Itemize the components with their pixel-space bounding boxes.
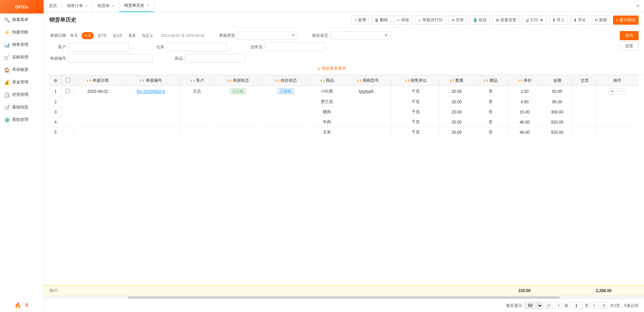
close-icon[interactable]: ✕ xyxy=(112,4,114,8)
price-col-header[interactable]: ⬆⬇ 单价 xyxy=(508,75,542,86)
spec-col-header[interactable]: ⬆⬇ 规格型号 xyxy=(344,75,392,86)
scroll-thumb[interactable] xyxy=(128,296,560,298)
sidebar-item-sys-mgmt[interactable]: ⚙️ 系统管理 xyxy=(0,113,44,126)
abandon-button[interactable]: ✕ 弃审 xyxy=(448,16,467,25)
checkbox-cell[interactable] xyxy=(62,127,74,137)
staff-input[interactable] xyxy=(264,43,325,51)
date-btn-today[interactable]: 今天 xyxy=(82,32,94,39)
customer-col-header[interactable]: ⬆⬇ 客户 xyxy=(180,75,214,86)
close-icon[interactable]: ✕ xyxy=(85,4,88,8)
page-size-select[interactable]: 50 100 200 xyxy=(524,302,543,309)
checkbox-col-header[interactable] xyxy=(62,75,74,86)
date-btn-custom[interactable]: 自定义 xyxy=(140,32,156,39)
chevron-down-icon: ▼ xyxy=(539,18,543,23)
import-button[interactable]: ⬆ 导入 xyxy=(549,16,568,25)
warehouse-ellipsis[interactable]: ... xyxy=(229,45,232,49)
batch-change-button[interactable]: ⚙ 批量变更 xyxy=(493,16,520,25)
sidebar-item-sales-mgmt[interactable]: 📊 销售管理 xyxy=(0,38,44,51)
export-button[interactable]: ⬇ 导出 xyxy=(570,16,589,25)
refresh-button[interactable]: ↻ 刷新 xyxy=(592,16,610,25)
close-icon[interactable]: ✕ xyxy=(146,4,149,7)
prev-page-btn[interactable]: < xyxy=(555,302,562,309)
sidebar-item-quick-nav[interactable]: ⚡ 快捷导航 xyxy=(0,26,44,38)
doc-date-col-header[interactable]: ⬆⬇ 单据日期 xyxy=(74,75,122,86)
pagination: 每页显示 50 100 200 |< < 第 页 > >| 共1页，5条记录 xyxy=(44,299,644,312)
next-page-btn[interactable]: > xyxy=(591,302,598,309)
qty-cell: 20.00 xyxy=(440,107,474,117)
checkbox-cell[interactable] xyxy=(62,86,74,97)
unit-col-header[interactable]: ⬆⬇ 销售单位 xyxy=(392,75,440,86)
delete-button[interactable]: 🗑 删除 xyxy=(372,16,391,25)
goods-cell: 西兰花 xyxy=(310,97,344,107)
sidebar-bottom-btn1[interactable]: 🔥 xyxy=(15,302,21,309)
sidebar-bottom: 🔥 ⏸ xyxy=(0,298,44,312)
checkbox-cell[interactable] xyxy=(62,97,74,107)
add-button[interactable]: + 新增 xyxy=(352,16,369,25)
settings-icon-th[interactable]: ⚙ xyxy=(54,78,57,83)
col-label: 客户 xyxy=(196,78,204,83)
tabs-close-all[interactable]: ✕ xyxy=(636,3,644,9)
customer-cell xyxy=(180,127,214,137)
collect-button[interactable]: 💲 收款 xyxy=(470,16,490,25)
page-header: 销货单历史 + 新增 🗑 删除 ✓ 审核 ✓ 审核并打印 ✕ 弃审 xyxy=(44,12,644,28)
customer-ellipsis[interactable]: ... xyxy=(131,45,134,49)
settings-col-header[interactable]: ⚙ xyxy=(50,75,62,86)
page-input[interactable] xyxy=(570,302,583,309)
sidebar-item-search-menu[interactable]: 🔍 搜索菜单 xyxy=(0,14,44,26)
col-label: 单据状态 xyxy=(233,78,249,83)
warehouse-input[interactable] xyxy=(166,43,227,51)
set-button[interactable]: 设置 xyxy=(620,42,639,51)
last-page-btn[interactable]: >| xyxy=(600,302,608,309)
collect-status-select[interactable] xyxy=(330,31,391,40)
print-button[interactable]: 🖨 打印 ▼ xyxy=(522,16,547,25)
goods-input[interactable] xyxy=(185,54,246,63)
checkbox-cell[interactable] xyxy=(62,107,74,117)
unit-cell: 千克 xyxy=(392,86,440,97)
goods-ellipsis[interactable]: ... xyxy=(248,56,251,60)
collapse-btn[interactable]: ∧ 收起更多条件 xyxy=(49,66,614,71)
gift-col-header[interactable]: ⬆⬇ 赠品 xyxy=(474,75,508,86)
checkbox-cell[interactable] xyxy=(62,117,74,127)
sidebar-item-basic-info[interactable]: 📝 基础信息 xyxy=(0,101,44,113)
sidebar-item-inventory[interactable]: 🏠 库存核算 xyxy=(0,63,44,76)
doc-no-input[interactable] xyxy=(68,54,152,63)
show-detail-button[interactable]: ≡ 显示明细 xyxy=(613,16,639,25)
select-all-checkbox[interactable] xyxy=(65,78,70,82)
tab-sales-order[interactable]: 销售订单 ✕ xyxy=(62,0,93,12)
tab-home[interactable]: 首页 xyxy=(44,0,62,12)
staff-ellipsis[interactable]: ... xyxy=(327,45,330,49)
chevron-up-icon: ∧ xyxy=(317,66,320,71)
sidebar-bottom-btn2[interactable]: ⏸ xyxy=(24,302,29,309)
tab-sales-history[interactable]: 销货单历史 ✕ xyxy=(119,0,154,12)
col-label: 数量 xyxy=(455,78,464,83)
price-cell: 4.80 xyxy=(508,97,542,107)
customer-input[interactable] xyxy=(68,43,129,51)
data-table: ⚙ ⬆⬇ 单据日期 ⬆⬇ 单据编号 xyxy=(49,75,639,137)
date-btn-more[interactable]: 更多 xyxy=(126,32,138,39)
date-btn-yesterday[interactable]: 昨天 xyxy=(68,32,80,39)
date-btn-7days[interactable]: 近7天 xyxy=(95,32,109,39)
qty-col-header[interactable]: ⬆⬇ 数量 xyxy=(440,75,474,86)
sidebar-item-purchase-mgmt[interactable]: 🛒 采购管理 xyxy=(0,51,44,63)
row-checkbox[interactable] xyxy=(65,89,70,93)
goods-col-header[interactable]: ⬆⬇ 商品 xyxy=(310,75,344,86)
audit-print-button[interactable]: ✓ 审核并打印 xyxy=(415,16,446,25)
sidebar-item-operations[interactable]: 📋 经营管理 xyxy=(0,88,44,101)
more-btn[interactable]: ⋯ xyxy=(618,88,626,95)
doc-no-link[interactable]: SA-20230602-0 xyxy=(137,89,165,94)
goods-label: 商品 xyxy=(166,56,183,61)
doc-no-col-header[interactable]: ⬆⬇ 单据编号 xyxy=(121,75,180,86)
date-btn-1month[interactable]: 近1月 xyxy=(111,32,125,39)
seq-cell: 3 xyxy=(50,107,62,117)
sidebar-item-finance[interactable]: 💰 资金管理 xyxy=(0,76,44,88)
first-page-btn[interactable]: |< xyxy=(545,302,553,309)
scroll-bar[interactable] xyxy=(44,295,644,299)
tab-sales-goods[interactable]: 销货单 ✕ xyxy=(93,0,119,12)
doc-type-select[interactable] xyxy=(237,31,298,40)
query-button[interactable]: 查询 xyxy=(620,31,639,40)
doc-no-cell[interactable]: SA-20230602-0 xyxy=(121,86,180,97)
edit-btn[interactable]: ✏ xyxy=(609,88,616,95)
collect-status-col-header[interactable]: ⬆⬇ 收款状态 xyxy=(262,75,310,86)
doc-status-col-header[interactable]: ⬆⬇ 单据状态 xyxy=(214,75,262,86)
audit-button[interactable]: ✓ 审核 xyxy=(394,16,412,25)
